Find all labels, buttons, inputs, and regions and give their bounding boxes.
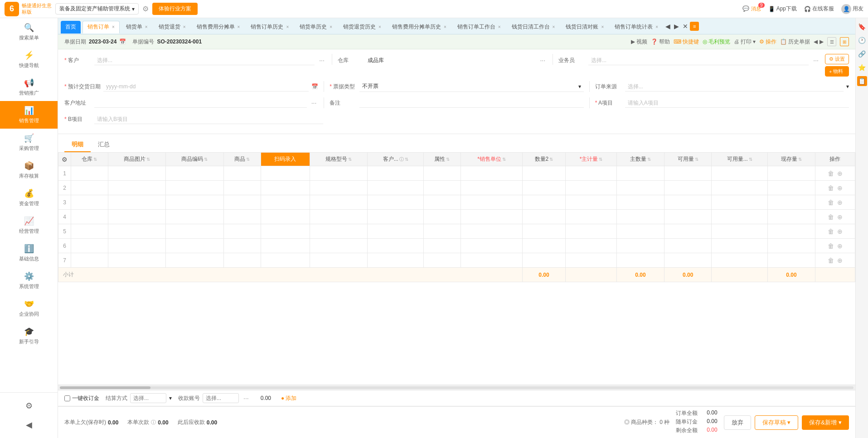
- discard-button[interactable]: 放弃: [724, 415, 751, 430]
- row-1-attribute[interactable]: [424, 166, 461, 181]
- row-7-delete-btn[interactable]: 🗑: [827, 257, 835, 264]
- row-1-customer-code[interactable]: [368, 166, 424, 181]
- row-3-attribute[interactable]: [424, 195, 461, 210]
- b-project-input[interactable]: [94, 115, 323, 124]
- row-4-main-unit[interactable]: [565, 210, 617, 224]
- right-icon-link[interactable]: 🔗: [857, 49, 867, 59]
- row-4-attribute[interactable]: [424, 210, 461, 224]
- row-2-attribute[interactable]: [424, 181, 461, 195]
- row-5-available[interactable]: [664, 224, 712, 239]
- th-available[interactable]: 可用量 ⇅: [664, 153, 712, 166]
- row-3-delete-btn[interactable]: 🗑: [827, 199, 835, 206]
- row-7-product-img[interactable]: [108, 253, 165, 268]
- row-6-delete-btn[interactable]: 🗑: [827, 242, 835, 250]
- right-icon-orange[interactable]: 📋: [857, 76, 867, 86]
- row-4-spec[interactable]: [310, 210, 367, 224]
- row-6-available2[interactable]: [712, 239, 768, 253]
- row-2-main-qty[interactable]: [617, 181, 664, 195]
- row-2-spec[interactable]: [310, 181, 367, 195]
- row-2-stock-qty[interactable]: [768, 181, 815, 195]
- row-3-warehouse[interactable]: [71, 195, 108, 210]
- row-2-copy-btn[interactable]: ⊕: [836, 184, 844, 192]
- row-5-copy-btn[interactable]: ⊕: [836, 228, 844, 235]
- row-6-attribute[interactable]: [424, 239, 461, 253]
- save-draft-button[interactable]: 保存草稿 ▾: [755, 415, 799, 430]
- row-3-qty2[interactable]: [523, 195, 566, 210]
- row-5-available2[interactable]: [712, 224, 768, 239]
- tab-reconcile[interactable]: 钱货日清对账 ×: [561, 21, 608, 34]
- row-7-sales-unit[interactable]: [461, 253, 522, 268]
- customer-more-btn[interactable]: ···: [317, 57, 326, 64]
- payment-method-input[interactable]: [130, 393, 166, 403]
- row-3-spec[interactable]: [310, 195, 367, 210]
- th-scan-entry[interactable]: 扫码录入: [261, 153, 310, 166]
- th-product-img[interactable]: 商品图片 ⇅: [108, 153, 165, 166]
- tab-workbench[interactable]: 销售订单工作台 ×: [453, 21, 505, 34]
- row-2-product-code[interactable]: [166, 181, 223, 195]
- row-3-available2[interactable]: [712, 195, 768, 210]
- row-6-product-name[interactable]: [223, 239, 261, 253]
- sidebar-item-purchase[interactable]: 🛒 采购管理: [0, 129, 58, 156]
- row-1-available[interactable]: [664, 166, 712, 181]
- row-5-product-code[interactable]: [166, 224, 223, 239]
- row-3-main-unit[interactable]: [565, 195, 617, 210]
- tab-history-close[interactable]: ×: [286, 24, 289, 29]
- th-main-qty[interactable]: 主数量 ⇅: [617, 153, 664, 166]
- row-4-sales-unit[interactable]: [461, 210, 522, 224]
- row-2-product-img[interactable]: [108, 181, 165, 195]
- row-6-spec[interactable]: [310, 239, 367, 253]
- row-6-customer-code[interactable]: [368, 239, 424, 253]
- row-2-sales-unit[interactable]: [461, 181, 522, 195]
- calendar-icon[interactable]: 📅: [119, 39, 126, 45]
- row-5-spec[interactable]: [310, 224, 367, 239]
- system-selector[interactable]: 装备及固定资产辅助管理系统 ▾: [55, 3, 139, 14]
- th-sales-unit[interactable]: *销售单位 ⇅: [461, 153, 522, 166]
- row-7-available2[interactable]: [712, 253, 768, 268]
- sidebar-item-basic-info[interactable]: ℹ️ 基础信息: [0, 239, 58, 267]
- row-4-main-qty[interactable]: [617, 210, 664, 224]
- row-1-spec[interactable]: [310, 166, 367, 181]
- right-icon-bookmark[interactable]: 🔖: [857, 22, 867, 32]
- tab-close-all-btn[interactable]: ✕: [681, 23, 690, 30]
- row-6-stock-qty[interactable]: [768, 239, 815, 253]
- row-3-main-qty[interactable]: [617, 195, 664, 210]
- customer-address-input[interactable]: [94, 98, 307, 108]
- row-6-main-unit[interactable]: [565, 239, 617, 253]
- row-4-copy-btn[interactable]: ⊕: [836, 213, 844, 221]
- row-7-qty2[interactable]: [523, 253, 566, 268]
- row-3-product-code[interactable]: [166, 195, 223, 210]
- row-2-delete-btn[interactable]: 🗑: [827, 184, 835, 192]
- row-1-warehouse[interactable]: [71, 166, 108, 181]
- th-settings[interactable]: ⚙: [58, 153, 71, 166]
- detail-tab-detail[interactable]: 明细: [64, 138, 91, 152]
- save-new-button[interactable]: 保存&新增 ▾: [802, 415, 849, 430]
- right-icon-star[interactable]: ⭐: [857, 63, 867, 72]
- sidebar-item-finance[interactable]: 💰 资金管理: [0, 184, 58, 212]
- row-6-qty2[interactable]: [523, 239, 566, 253]
- operation-action-btn[interactable]: ⚙ 操作: [759, 38, 776, 46]
- tab-menu-btn[interactable]: ≡: [690, 22, 699, 31]
- add-material-btn[interactable]: + 物料: [825, 66, 849, 77]
- sidebar-item-sales[interactable]: 📊 销售管理: [0, 101, 58, 129]
- th-main-unit[interactable]: *主计量 ⇅: [565, 153, 617, 166]
- delivery-calendar-icon[interactable]: 📅: [311, 83, 318, 90]
- row-6-product-code[interactable]: [166, 239, 223, 253]
- row-5-sales-unit[interactable]: [461, 224, 522, 239]
- sidebar-item-collapse[interactable]: ◀: [0, 415, 58, 434]
- row-3-customer-code[interactable]: [368, 195, 424, 210]
- history-action-btn[interactable]: 📋 历史单据: [780, 38, 810, 46]
- row-3-sales-unit[interactable]: [461, 195, 522, 210]
- row-2-available2[interactable]: [712, 181, 768, 195]
- tab-sales[interactable]: 销货单 ×: [121, 21, 152, 34]
- tab-stats[interactable]: 销售订单统计表 ×: [610, 21, 663, 34]
- layout-grid-icon[interactable]: ⊞: [840, 37, 849, 46]
- tab-next-btn[interactable]: ▶: [672, 23, 681, 30]
- salesperson-more-btn[interactable]: ···: [811, 57, 820, 64]
- tab-expense-hist[interactable]: 销售费用分摊单历史 ×: [388, 21, 451, 34]
- solution-button[interactable]: 体验行业方案: [152, 3, 198, 15]
- help-action-btn[interactable]: ❓ 帮助: [651, 38, 670, 46]
- row-4-warehouse[interactable]: [71, 210, 108, 224]
- sidebar-item-gear[interactable]: ⚙: [0, 396, 58, 415]
- row-2-customer-code[interactable]: [368, 181, 424, 195]
- th-available2[interactable]: 可用量... ⇅: [712, 153, 768, 166]
